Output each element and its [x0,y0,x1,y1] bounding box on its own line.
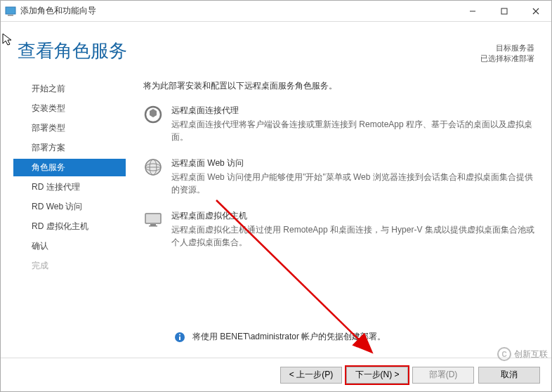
role-title: 远程桌面连接代理 [171,105,534,117]
page-title: 查看角色服务 [18,39,450,63]
target-label: 目标服务器 [450,43,534,53]
titlebar: 添加角色和功能向导 [1,1,551,22]
svg-rect-1 [8,15,13,16]
content: 开始之前 安装类型 部署类型 部署方案 角色服务 RD 连接代理 RD Web … [1,65,551,358]
header: 查看角色服务 目标服务器 已选择标准部署 [1,22,551,65]
target-server-info: 目标服务器 已选择标准部署 [450,39,534,65]
intro-text: 将为此部署安装和配置以下远程桌面服务角色服务。 [143,80,534,92]
main-content: 将为此部署安装和配置以下远程桌面服务角色服务。 远程桌面连接代理 远程桌面连接代… [138,80,551,358]
svg-rect-12 [150,224,156,226]
watermark-text: 创新互联 [514,348,548,360]
window-title: 添加角色和功能向导 [20,5,456,17]
role-desc: 远程桌面虚拟化主机通过使用 RemoteApp 和桌面连接，与 Hyper-V … [171,223,534,249]
role-title: 远程桌面虚拟化主机 [171,210,534,222]
svg-rect-15 [179,337,180,340]
svg-point-16 [179,334,180,335]
window-controls [456,1,551,22]
monitor-icon [143,210,163,230]
role-item-broker: 远程桌面连接代理 远程桌面连接代理将客户端设备连接或重新连接到 RemoteAp… [143,105,534,143]
svg-rect-3 [501,8,507,14]
watermark: C 创新互联 [497,347,548,361]
sidebar: 开始之前 安装类型 部署类型 部署方案 角色服务 RD 连接代理 RD Web … [1,80,138,358]
sidebar-item-deploy-type[interactable]: 部署类型 [26,119,138,137]
svg-rect-0 [6,7,15,14]
sidebar-item-install-type[interactable]: 安装类型 [26,100,138,117]
note-text: 将使用 BENET\administrator 帐户的凭据创建部署。 [192,331,386,343]
minimize-button[interactable] [456,1,488,22]
svg-rect-13 [149,226,157,227]
role-content: 远程桌面 Web 访问 远程桌面 Web 访问使用户能够使用"开始"菜单或 We… [171,157,534,196]
globe-icon [143,157,163,177]
wizard-window: 添加角色和功能向导 查看角色服务 目标服务器 已选择标准部署 开始之前 安装类型… [0,0,552,392]
role-item-web: 远程桌面 Web 访问 远程桌面 Web 访问使用户能够使用"开始"菜单或 We… [143,157,534,196]
cancel-button[interactable]: 取消 [478,367,540,384]
note-row: 将使用 BENET\administrator 帐户的凭据创建部署。 [174,331,386,343]
prev-button[interactable]: < 上一步(P) [280,367,342,384]
role-item-virtualhost: 远程桌面虚拟化主机 远程桌面虚拟化主机通过使用 RemoteApp 和桌面连接，… [143,210,534,249]
sidebar-item-complete: 完成 [26,257,138,275]
target-value: 已选择标准部署 [450,53,534,64]
broker-icon [143,105,163,124]
sidebar-item-confirm[interactable]: 确认 [26,237,138,255]
sidebar-item-role-services[interactable]: 角色服务 [13,159,126,176]
role-content: 远程桌面连接代理 远程桌面连接代理将客户端设备连接或重新连接到 RemoteAp… [171,105,534,143]
button-row: < 上一步(P) 下一步(N) > 部署(D) 取消 [1,358,551,391]
sidebar-item-rd-virtual[interactable]: RD 虚拟化主机 [26,218,138,235]
role-content: 远程桌面虚拟化主机 远程桌面虚拟化主机通过使用 RemoteApp 和桌面连接，… [171,210,534,249]
maximize-button[interactable] [488,1,520,22]
role-desc: 远程桌面 Web 访问使用户能够使用"开始"菜单或 Web 浏览器连接到会话集合… [171,171,534,196]
svg-rect-11 [145,214,161,223]
next-button[interactable]: 下一步(N) > [346,367,408,384]
role-desc: 远程桌面连接代理将客户端设备连接或重新连接到 RemoteApp 程序、基于会话… [171,118,534,143]
watermark-logo-icon: C [497,347,511,361]
close-button[interactable] [520,1,551,22]
sidebar-item-before-begin[interactable]: 开始之前 [26,80,138,98]
app-icon [5,6,16,17]
sidebar-item-deploy-plan[interactable]: 部署方案 [26,139,138,157]
deploy-button: 部署(D) [412,367,474,384]
sidebar-item-rd-broker[interactable]: RD 连接代理 [26,178,138,196]
info-icon [174,332,185,343]
sidebar-item-rd-web[interactable]: RD Web 访问 [26,198,138,216]
role-title: 远程桌面 Web 访问 [171,157,534,169]
